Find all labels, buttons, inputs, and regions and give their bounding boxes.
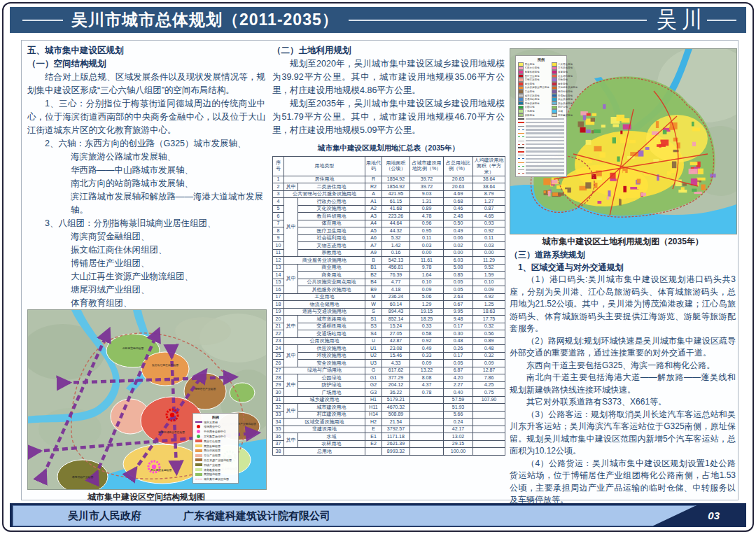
- legend-item: 中央商务金融中心: [195, 429, 236, 434]
- table-cell: 17.75: [473, 316, 505, 323]
- table-cell: 35: [273, 426, 284, 433]
- table-cell: 894.43: [382, 308, 410, 316]
- table-cell: 农林用地: [298, 440, 365, 448]
- table-cell: 社会福利用地: [298, 234, 365, 242]
- legend-item: 商业居住组团: [195, 439, 236, 444]
- footer-bar: 吴川市人民政府 广东省建科建筑设计院有限公司 03: [10, 503, 746, 527]
- col-landuse-type: 用地类型: [284, 157, 365, 176]
- table-cell: 0.02: [444, 242, 473, 250]
- svg-text:振文临江商住休闲组团: 振文临江商住休闲组团: [152, 363, 178, 367]
- eight-clusters-intro: 3、八组团：分别指梅菉旧城商业居住组团、: [27, 217, 265, 230]
- col-seq: 序号: [273, 157, 284, 176]
- table-cell: 1854.92: [382, 183, 410, 191]
- legend-item: 再生资源产业物流组团: [195, 458, 236, 463]
- table-cell: A9: [365, 249, 382, 257]
- table-cell: 236.24: [382, 293, 410, 301]
- right-column: （三）道路系统规划 1、区域交通与对外交通规划 （1）港口码头:吴川城市集中建设…: [510, 249, 736, 507]
- table-row: 29防护绿地G2204.124.372.274.25: [273, 381, 505, 389]
- table-cell: [473, 448, 505, 456]
- table-cell: 1.42: [382, 242, 410, 250]
- table-row: 25环境设施用地U215.460.330.170.32: [273, 352, 505, 360]
- table-cell: [410, 426, 444, 433]
- table-cell: 6: [273, 213, 284, 220]
- table-cell: 2.48: [444, 213, 473, 220]
- list-item: 体育教育组团、: [71, 297, 265, 310]
- table-cell: 508.89: [382, 411, 410, 419]
- table-cell: 5: [273, 205, 284, 213]
- table-cell: 44.32: [382, 227, 410, 235]
- col-area: 用地面积（公顷）: [382, 157, 410, 176]
- table-cell: [410, 440, 444, 448]
- table-cell: 0.16: [382, 249, 410, 257]
- table-cell: 20: [273, 316, 284, 323]
- table-cell: S1: [365, 316, 382, 323]
- col-pct-urban: 占城市建设用地比例（%）: [410, 157, 444, 176]
- table-row: 36其中水域E11171.1813.02: [273, 433, 505, 441]
- table-cell: [473, 404, 505, 412]
- footer-strip: 吴川市人民政府 广东省建科建筑设计院有限公司: [13, 505, 696, 526]
- table-cell: 17: [273, 293, 284, 301]
- table-cell: 13: [273, 264, 284, 272]
- table-cell: 9.03: [410, 190, 444, 198]
- table-cell: 19.15: [410, 308, 444, 316]
- table-cell: 0.32: [473, 352, 505, 360]
- table-cell: G2: [365, 381, 382, 389]
- table-cell: 41.68: [382, 205, 410, 213]
- table-cell: 38.64: [473, 176, 505, 183]
- map1-caption: 城市集中建设区空间结构规划图: [27, 491, 265, 503]
- table-cell: 0.58: [410, 330, 444, 338]
- table-cell: 1.27: [473, 198, 505, 206]
- table-cell: 0.17: [444, 352, 473, 360]
- table-cell: 25: [273, 352, 284, 360]
- table-cell: 0.03: [473, 242, 505, 250]
- table-cell: 区域交通设施用地: [284, 419, 365, 426]
- table-row: 19道路与交通设施用地S894.4319.159.9518.63: [273, 308, 505, 316]
- table-cell: 18: [273, 301, 284, 309]
- table-row: 2其中二类居住用地R21854.9239.7220.6338.64: [273, 183, 505, 191]
- table-cell: 4.77: [382, 279, 410, 286]
- table-cell: 其中: [284, 198, 298, 257]
- table-cell: [473, 426, 505, 433]
- table-cell: [410, 404, 444, 412]
- table-cell: E: [365, 426, 382, 433]
- table-row: 35非建设用地E3792.5742.17: [273, 426, 505, 433]
- map1-legend: 图例 城市发展轴传统商业中心中央商务金融中心文化教育旅游中心商业居住组团商贸金融…: [192, 413, 239, 484]
- table-cell: 36: [273, 433, 284, 441]
- table-cell: 44.64: [382, 220, 410, 227]
- road-network-paragraph: （2）路网规划:规划环城快速是吴川城市集中建设区疏导外部交通的重要道路，通过连接…: [510, 335, 736, 360]
- page-number: 03: [708, 503, 720, 527]
- table-cell: 教育科研用地: [298, 213, 365, 220]
- table-cell: G1: [365, 374, 382, 382]
- table-row: 31城乡建设用地H15179.2157.59107.90: [273, 396, 505, 404]
- table-cell: 542.13: [382, 257, 410, 265]
- col-pct-total: 占总用地比例（%）: [444, 157, 473, 176]
- table-cell: 0.95: [410, 227, 444, 235]
- table-cell: 5179.21: [382, 396, 410, 404]
- table-row: 8医疗卫生用地A544.320.950.490.92: [273, 227, 505, 235]
- table-row: 23公用设施用地U42.870.920.480.89: [273, 337, 505, 345]
- table-cell: 23.08: [382, 345, 410, 353]
- table-cell: 4.78: [410, 213, 444, 220]
- table-cell: 0.32: [473, 323, 505, 330]
- table-cell: 18.63: [473, 308, 505, 316]
- table-cell: 61.15: [382, 198, 410, 206]
- table-cell: 其中: [284, 404, 298, 419]
- table-cell: M: [365, 293, 382, 301]
- table-row: 4其中行政办公用地A161.151.310.681.27: [273, 198, 505, 206]
- six-axes-intro: 2、六轴：东西方向的创业路（G325）城市发展轴、: [27, 137, 265, 150]
- table-cell: 其中: [284, 433, 298, 448]
- table-cell: 4: [273, 198, 284, 206]
- svg-text:塘尾羽绒产业组团: 塘尾羽绒产业组团: [71, 475, 94, 479]
- table-cell: 37: [273, 440, 284, 448]
- table-cell: 4.92: [473, 293, 505, 301]
- table-cell: 广场用地: [298, 389, 365, 397]
- table-cell: R: [365, 176, 382, 183]
- table-cell: 0.67: [444, 301, 473, 309]
- table-cell: U1: [365, 345, 382, 353]
- table-cell: 0.48: [473, 345, 505, 353]
- header-rule-mid: [349, 20, 647, 21]
- landuse-table: 序号 用地类型 用地代码 用地面积（公顷） 占城市建设用地比例（%） 占总用地比…: [272, 156, 505, 456]
- table-cell: 9: [273, 234, 284, 242]
- table-cell: 100.00: [444, 448, 473, 456]
- footer-company: 广东省建科建筑设计院有限公司: [183, 510, 330, 523]
